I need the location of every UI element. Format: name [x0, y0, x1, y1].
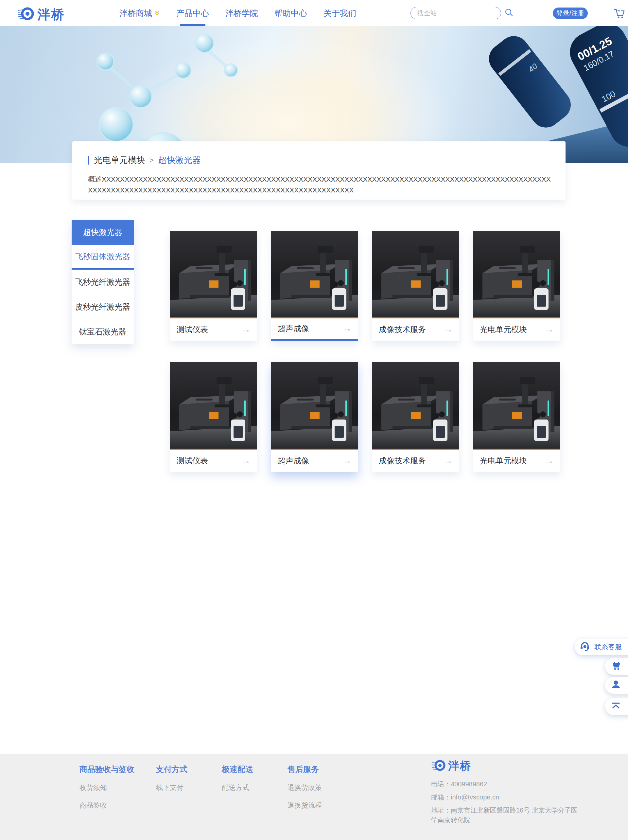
sidebar-item-ti-sapphire-laser[interactable]: 钛宝石激光器: [72, 319, 134, 344]
site-search: [410, 7, 501, 19]
product-image: [170, 231, 257, 318]
breadcrumb-parent[interactable]: 光电单元模块: [94, 155, 145, 166]
footer-link[interactable]: 线下支付: [156, 783, 188, 792]
breadcrumb-current[interactable]: 超快激光器: [158, 155, 201, 166]
logo-wordmark: 泮桥: [448, 758, 472, 774]
footer-column-payment: 支付方式 线下支付: [156, 764, 188, 792]
footer-phone: 电话：4009989862: [431, 779, 578, 789]
category-sidebar: 超快激光器 飞秒固体激光器 飞秒光纤激光器 皮秒光纤激光器 钛宝石激光器: [72, 220, 134, 344]
nav-item-help[interactable]: 帮助中心: [275, 0, 307, 26]
footer-column-aftersales: 售后服务 退换货政策 退换货流程: [287, 764, 322, 810]
login-register-button[interactable]: 登录/注册: [553, 8, 588, 19]
cart-icon: [610, 660, 622, 673]
arrow-right-icon[interactable]: →: [241, 455, 251, 466]
product-card-glow[interactable]: 超声成像 →: [271, 362, 358, 472]
product-card-label: 成像技术服务: [379, 455, 426, 466]
product-card[interactable]: 成像技术服务 →: [372, 231, 459, 341]
product-card-label: 超声成像: [278, 323, 309, 334]
logo-wordmark: 泮桥: [37, 6, 65, 24]
nav-item-academy[interactable]: 泮桥学院: [226, 0, 258, 26]
footer-link[interactable]: 退换货流程: [287, 801, 322, 810]
active-tab-indicator: [180, 24, 205, 26]
address-label: 地址：: [431, 807, 451, 814]
back-to-top-icon: [610, 700, 622, 713]
footer-logo: 泮桥: [431, 758, 578, 774]
address-value: 南京市江北新区磐固路16号 北京大学分子医学南京转化院: [431, 807, 578, 824]
breadcrumb: 光电单元模块 > 超快激光器: [88, 155, 550, 166]
nav-item-about[interactable]: 关于我们: [323, 0, 356, 26]
arrow-right-icon[interactable]: →: [342, 323, 352, 334]
contact-service-label: 联系客服: [594, 643, 622, 652]
product-image: [473, 362, 560, 450]
product-card[interactable]: 测试仪表 →: [170, 231, 257, 341]
product-card-label: 超声成像: [278, 455, 309, 466]
site-logo[interactable]: 泮桥: [17, 5, 65, 24]
product-card-label: 光电单元模块: [480, 324, 527, 335]
arrow-right-icon[interactable]: →: [443, 324, 453, 335]
arrow-right-icon[interactable]: →: [544, 455, 554, 466]
product-image: [271, 362, 358, 450]
footer-link[interactable]: 配送方式: [222, 783, 253, 792]
product-card-label: 测试仪表: [177, 455, 208, 466]
footer-address: 地址：南京市江北新区磐固路16号 北京大学分子医学南京转化院: [431, 805, 578, 825]
sidebar-item-picosecond-fiber-laser[interactable]: 皮秒光纤激光器: [72, 295, 134, 319]
footer-column-title: 极速配送: [222, 764, 253, 775]
product-grid: 测试仪表 → 超声成像 → 成像技术服务 → 光电单元模块 →: [170, 231, 560, 472]
nav-label: 泮桥商城: [119, 8, 152, 19]
arrow-right-icon[interactable]: →: [544, 324, 554, 335]
footer-contact-block: 泮桥 电话：4009989862 邮箱：info@tvscope.cn 地址：南…: [431, 758, 578, 825]
sidebar-item-femtosecond-fiber-laser[interactable]: 飞秒光纤激光器: [72, 270, 134, 295]
product-card[interactable]: 光电单元模块 →: [473, 231, 560, 341]
objective-lens-left: 40: [483, 30, 577, 134]
email-label: 邮箱：: [431, 794, 451, 801]
footer-column-title: 商品验收与签收: [79, 764, 134, 775]
product-card[interactable]: 光电单元模块 →: [473, 362, 560, 472]
footer-link[interactable]: 商品签收: [79, 801, 134, 810]
nav-label: 产品中心: [176, 8, 209, 19]
search-input[interactable]: [417, 9, 504, 17]
footer-column-title: 售后服务: [287, 764, 322, 775]
page: 泮桥 泮桥商城 产品中心 泮桥学院 帮助中心 关: [0, 0, 628, 840]
nav-label: 帮助中心: [275, 8, 307, 19]
product-image: [271, 231, 358, 318]
footer-link[interactable]: 退换货政策: [287, 783, 322, 792]
arrow-right-icon[interactable]: →: [241, 324, 251, 335]
footer-column-delivery: 极速配送 配送方式: [222, 764, 253, 792]
logo-icon: [17, 5, 34, 24]
sidebar-item-femtosecond-solid-laser[interactable]: 飞秒固体激光器: [72, 245, 134, 270]
product-image: [372, 362, 459, 450]
product-card-highlighted[interactable]: 超声成像 →: [271, 231, 358, 341]
footer-column-receiving: 商品验收与签收 收货须知 商品签收: [79, 764, 134, 810]
back-to-top-button[interactable]: [605, 698, 628, 715]
nav-item-products-active[interactable]: 产品中心: [176, 0, 209, 26]
search-icon[interactable]: [504, 8, 514, 19]
floating-cart-button[interactable]: [605, 658, 628, 675]
product-image: [473, 231, 560, 318]
product-image: [170, 362, 257, 450]
floating-account-button[interactable]: [605, 677, 628, 694]
product-card-label: 成像技术服务: [379, 324, 426, 335]
chevron-double-down-icon: [154, 8, 160, 18]
product-card[interactable]: 成像技术服务 →: [372, 362, 459, 472]
cart-icon[interactable]: [612, 6, 625, 20]
headset-icon: [579, 641, 590, 654]
breadcrumb-overview-card: 光电单元模块 > 超快激光器 概述XXXXXXXXXXXXXXXXXXXXXXX…: [72, 141, 565, 200]
contact-service-button[interactable]: 联系客服: [575, 639, 628, 655]
breadcrumb-accent-bar: [88, 156, 89, 164]
product-card-label: 测试仪表: [177, 324, 208, 335]
logo-icon: [431, 758, 445, 774]
phone-value: 4009989862: [451, 780, 487, 788]
email-value: info@tvscope.cn: [451, 794, 499, 801]
arrow-right-icon[interactable]: →: [342, 455, 352, 466]
category-overview-text: 概述XXXXXXXXXXXXXXXXXXXXXXXXXXXXXXXXXXXXXX…: [88, 174, 552, 195]
product-card[interactable]: 测试仪表 →: [170, 362, 257, 472]
breadcrumb-separator: >: [150, 156, 154, 164]
arrow-right-icon[interactable]: →: [443, 455, 453, 466]
product-image: [372, 231, 459, 318]
footer-link[interactable]: 收货须知: [79, 783, 134, 792]
nav-item-mall[interactable]: 泮桥商城: [119, 0, 160, 26]
footer-email: 邮箱：info@tvscope.cn: [431, 792, 578, 802]
phone-label: 电话：: [431, 780, 451, 788]
sidebar-item-ultrafast-laser[interactable]: 超快激光器: [72, 220, 134, 245]
user-icon: [610, 679, 622, 692]
